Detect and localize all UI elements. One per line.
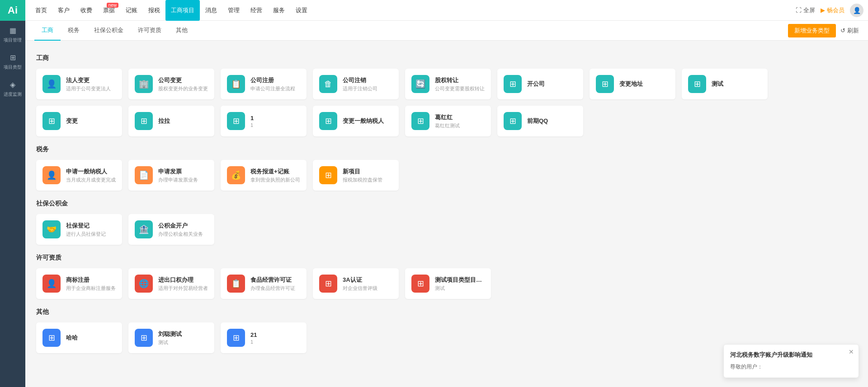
service-card[interactable]: 🌐进出口权办理适用于对外贸易经营者: [128, 268, 214, 299]
nav-fee[interactable]: 收费: [75, 0, 98, 21]
tab-social-fund[interactable]: 社保公积金: [87, 21, 131, 41]
card-text: 公司变更股权变更外的业务变更: [158, 76, 208, 92]
card-name: 股权转让: [435, 76, 485, 84]
card-icon: ⊞: [411, 112, 429, 130]
card-icon: 💰: [227, 166, 245, 184]
card-desc: 适用于公司变更法人: [66, 85, 116, 92]
card-desc: 报税加税控盘保管: [343, 177, 392, 183]
avatar[interactable]: 👤: [850, 4, 863, 17]
card-text: 股权转让公司变更需要股权转让: [435, 76, 485, 92]
notification-close-btn[interactable]: ✕: [849, 348, 854, 355]
card-desc: 适用于注销公司: [343, 85, 392, 92]
refresh-button[interactable]: ↺ 刷新: [840, 27, 859, 35]
service-card[interactable]: ⊞拉拉: [128, 106, 214, 136]
service-card[interactable]: 💰税务报道+记账拿到营业执照的新公司: [221, 160, 307, 191]
service-card[interactable]: ⊞测试: [682, 69, 768, 99]
service-card[interactable]: 📋公司注册申请公司注册全流程: [221, 69, 307, 99]
service-card[interactable]: ⊞哈哈: [36, 322, 122, 353]
service-card[interactable]: 🔄股权转让公司变更需要股权转让: [405, 69, 491, 99]
sidebar-item-progress[interactable]: ◈ 进度监测: [0, 75, 25, 102]
card-icon: ⊞: [42, 329, 61, 347]
card-text: 哈哈: [66, 334, 116, 342]
service-card[interactable]: 🤝社保登记进行人员社保登记: [36, 214, 122, 245]
tab-tax[interactable]: 税务: [61, 21, 87, 41]
service-card[interactable]: ⊞11: [221, 106, 307, 136]
card-text: 税务报道+记账拿到营业执照的新公司: [250, 168, 300, 183]
nav-manage[interactable]: 管理: [222, 0, 245, 21]
tab-industry[interactable]: 工商: [34, 21, 61, 41]
card-desc: 测试: [435, 285, 485, 292]
card-name: 法人变更: [66, 76, 116, 84]
card-name: 葛红红: [435, 113, 485, 121]
service-card[interactable]: ⊞变更: [36, 106, 122, 136]
nav-tax[interactable]: 报税: [143, 0, 165, 21]
tabs-bar: 工商 税务 社保公积金 许可资质 其他 新增业务类型 ↺ 刷新: [25, 21, 868, 41]
new-type-button[interactable]: 新增业务类型: [788, 24, 836, 37]
card-text: 法人变更适用于公司变更法人: [66, 76, 116, 92]
tab-license[interactable]: 许可资质: [131, 21, 169, 41]
nav-customer[interactable]: 客户: [52, 0, 75, 21]
card-name: 测试: [712, 80, 761, 88]
service-card[interactable]: 🗑公司注销适用于注销公司: [313, 69, 399, 99]
service-card[interactable]: ⊞测试项目类型目定义测试: [405, 268, 491, 299]
service-card[interactable]: ⊞刘聪测试测试: [128, 322, 214, 353]
service-card[interactable]: ⊞前期QQ: [497, 106, 583, 136]
card-name: 前期QQ: [527, 117, 577, 125]
vip-btn[interactable]: ▶ 畅会员: [821, 6, 844, 14]
card-text: 申请发票办理申请发票业务: [158, 168, 208, 183]
service-card[interactable]: 📄申请发票办理申请发票业务: [128, 160, 214, 191]
card-icon: 👤: [42, 166, 61, 184]
card-text: 测试: [712, 80, 761, 88]
cards-grid-3: 👤商标注册用于企业商标注册服务🌐进出口权办理适用于对外贸易经营者📋食品经营许可证…: [36, 268, 857, 299]
card-name: 公司注册: [250, 76, 300, 84]
nav-industry[interactable]: 工商项目: [165, 0, 200, 21]
service-card[interactable]: 👤申请一般纳税人当月或次月成变更完成: [36, 160, 122, 191]
service-card[interactable]: ⊞葛红红葛红红测试: [405, 106, 491, 136]
service-card[interactable]: ⊞变更一般纳税人: [313, 106, 399, 136]
tab-other[interactable]: 其他: [169, 21, 195, 41]
nav-ticket[interactable]: 票据 new: [98, 0, 120, 21]
fullscreen-btn[interactable]: ⛶ 全屏: [796, 6, 815, 14]
project-manage-icon: ▦: [8, 25, 18, 35]
refresh-icon: ↺: [840, 27, 845, 34]
card-icon: ⊞: [411, 275, 429, 293]
nav-operation[interactable]: 经营: [245, 0, 268, 21]
card-name: 公司变更: [158, 76, 208, 84]
card-text: 211: [250, 331, 300, 345]
top-nav: 首页 客户 收费 票据 new 记账 报税 工商项目 消息 管理 经营 服务 设…: [25, 0, 868, 21]
nav-home[interactable]: 首页: [30, 0, 52, 21]
card-text: 测试项目类型目定义测试: [435, 276, 485, 292]
card-name: 变更地址: [619, 80, 669, 88]
sidebar: Ai ▦ 项目管理 ⊞ 项目类型 ◈ 进度监测: [0, 0, 25, 387]
service-card[interactable]: 🏢公司变更股权变更外的业务变更: [128, 69, 214, 99]
service-card[interactable]: ⊞3A认证对企业信誉评级: [313, 268, 399, 299]
service-card[interactable]: 🏦公积金开户办理公积金相关业务: [128, 214, 214, 245]
card-icon: ⊞: [319, 166, 337, 184]
service-card[interactable]: 👤法人变更适用于公司变更法人: [36, 69, 122, 99]
service-card[interactable]: ⊞开公司: [497, 69, 583, 99]
service-card[interactable]: ⊞变更地址: [590, 69, 675, 99]
nav-bookkeeping[interactable]: 记账: [120, 0, 143, 21]
sidebar-logo: Ai: [0, 0, 25, 21]
service-card[interactable]: 👤商标注册用于企业商标注册服务: [36, 268, 122, 299]
service-card[interactable]: ⊞新项目报税加税控盘保管: [313, 160, 399, 191]
card-icon: ⊞: [504, 75, 522, 93]
card-icon: ⊞: [596, 75, 614, 93]
card-icon: ⊞: [319, 275, 337, 293]
service-card[interactable]: 📋食品经营许可证办理食品经营许可证: [221, 268, 307, 299]
service-card[interactable]: ⊞211: [221, 322, 307, 353]
card-desc: 用于企业商标注册服务: [66, 285, 116, 292]
sidebar-item-project-manage[interactable]: ▦ 项目管理: [0, 21, 25, 48]
card-desc: 办理申请发票业务: [158, 177, 208, 183]
nav-setting[interactable]: 设置: [290, 0, 313, 21]
card-icon: ⊞: [688, 75, 706, 93]
card-icon: 🏦: [135, 220, 153, 238]
card-name: 变更: [66, 117, 116, 125]
cards-grid-2: 🤝社保登记进行人员社保登记🏦公积金开户办理公积金相关业务: [36, 214, 857, 245]
nav-service[interactable]: 服务: [268, 0, 290, 21]
sidebar-item-project-type[interactable]: ⊞ 项目类型: [0, 48, 25, 75]
card-text: 进出口权办理适用于对外贸易经营者: [158, 276, 208, 292]
nav-message[interactable]: 消息: [200, 0, 222, 21]
card-name: 公司注销: [343, 76, 392, 84]
card-icon: 🔄: [411, 75, 429, 93]
